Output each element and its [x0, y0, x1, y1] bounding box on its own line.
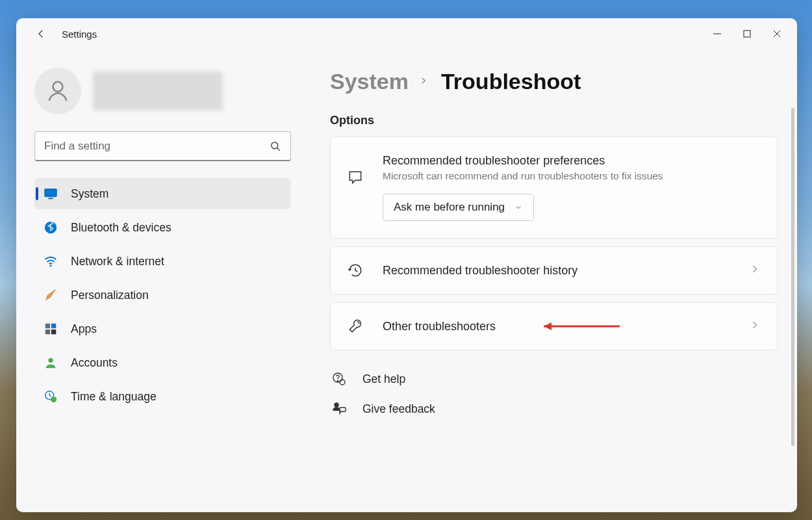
settings-window: Settings [16, 18, 797, 512]
main-content: System Troubleshoot Options Recommended … [305, 49, 797, 512]
sidebar-item-time-language[interactable]: Time & language [34, 381, 291, 412]
back-button[interactable] [29, 22, 53, 46]
sidebar-item-label: Accounts [71, 356, 118, 370]
person-icon [44, 356, 58, 370]
svg-point-17 [337, 380, 338, 381]
chevron-down-icon [514, 203, 523, 212]
sidebar-item-label: Apps [71, 322, 97, 336]
sidebar-item-personalization[interactable]: Personalization [34, 280, 291, 311]
breadcrumb-parent[interactable]: System [330, 69, 409, 94]
scrollbar-thumb[interactable] [791, 108, 794, 446]
svg-point-18 [340, 380, 345, 385]
card-troubleshooter-history[interactable]: Recommended troubleshooter history [330, 246, 778, 294]
wrench-icon [346, 317, 364, 335]
svg-rect-4 [48, 198, 53, 199]
svg-point-1 [53, 82, 63, 92]
sidebar-item-bluetooth[interactable]: Bluetooth & devices [34, 212, 291, 243]
svg-rect-20 [340, 408, 346, 411]
get-help-link[interactable]: Get help [330, 369, 778, 389]
sidebar-item-label: Network & internet [71, 255, 164, 268]
history-icon [346, 261, 364, 280]
svg-point-11 [48, 358, 53, 363]
sidebar-item-label: System [71, 187, 108, 201]
bluetooth-icon [44, 220, 58, 235]
nav: System Bluetooth & devices Network & int… [34, 178, 291, 412]
svg-rect-10 [51, 330, 56, 334]
sidebar: System Bluetooth & devices Network & int… [16, 49, 305, 512]
svg-rect-7 [45, 324, 50, 328]
help-icon [331, 371, 347, 387]
help-links: Get help Give feedback [330, 369, 778, 419]
svg-rect-8 [51, 324, 56, 328]
search-input[interactable] [34, 131, 291, 161]
svg-point-19 [335, 403, 338, 407]
chevron-right-icon [750, 320, 763, 333]
link-label: Get help [362, 372, 405, 386]
maximize-button[interactable] [732, 21, 762, 47]
chevron-right-icon [419, 76, 431, 88]
card-title: Recommended troubleshooter preferences [383, 154, 763, 168]
card-title: Other troubleshooters [383, 320, 731, 333]
clock-globe-icon [44, 389, 58, 404]
card-title: Recommended troubleshooter history [383, 264, 731, 278]
preferences-dropdown[interactable]: Ask me before running [383, 194, 534, 221]
feedback-icon [331, 401, 347, 417]
card-subtitle: Microsoft can recommend and run troubles… [383, 170, 763, 182]
search-wrap [34, 131, 291, 161]
app-title: Settings [62, 29, 97, 40]
chevron-right-icon [750, 264, 763, 277]
breadcrumb: System Troubleshoot [330, 69, 778, 94]
give-feedback-link[interactable]: Give feedback [330, 398, 778, 419]
wifi-icon [44, 254, 58, 268]
sidebar-item-network[interactable]: Network & internet [34, 246, 291, 277]
svg-rect-0 [744, 31, 750, 37]
sidebar-item-apps[interactable]: Apps [34, 313, 291, 344]
page-title: Troubleshoot [441, 69, 581, 94]
dropdown-value: Ask me before running [394, 201, 505, 214]
sidebar-item-accounts[interactable]: Accounts [34, 347, 291, 378]
paintbrush-icon [44, 288, 58, 302]
chat-bubble-icon [346, 168, 364, 187]
svg-point-6 [50, 265, 52, 266]
profile-name-redacted [93, 72, 223, 110]
monitor-icon [44, 187, 58, 201]
avatar [34, 68, 81, 114]
sidebar-item-label: Bluetooth & devices [71, 221, 171, 235]
apps-icon [44, 322, 58, 336]
profile-block[interactable] [34, 68, 291, 114]
section-title: Options [330, 114, 778, 127]
sidebar-item-label: Time & language [71, 390, 157, 404]
window-controls [702, 21, 792, 47]
sidebar-item-label: Personalization [71, 289, 149, 302]
link-label: Give feedback [362, 402, 435, 416]
svg-point-2 [272, 142, 278, 149]
svg-point-13 [51, 396, 57, 402]
svg-rect-3 [45, 189, 57, 197]
card-other-troubleshooters[interactable]: Other troubleshooters [330, 302, 778, 350]
sidebar-item-system[interactable]: System [34, 178, 291, 209]
close-button[interactable] [762, 21, 792, 47]
scrollbar[interactable] [791, 108, 794, 499]
minimize-button[interactable] [702, 21, 732, 47]
card-recommended-preferences: Recommended troubleshooter preferences M… [330, 136, 778, 239]
titlebar: Settings [16, 18, 797, 49]
search-icon [269, 140, 282, 153]
svg-rect-9 [45, 330, 50, 334]
